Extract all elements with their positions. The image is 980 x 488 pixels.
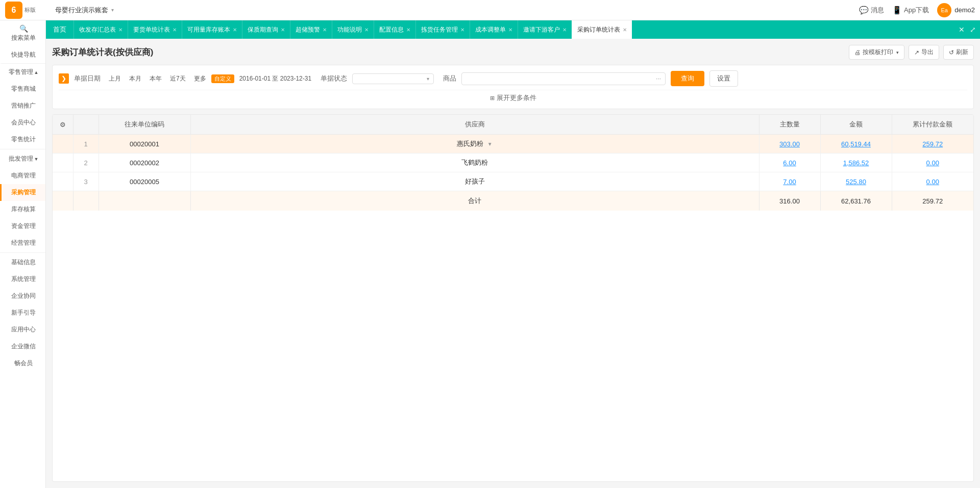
sidebar-item-purchase[interactable]: 采购管理 [0,184,45,201]
sidebar-item-retail-stats[interactable]: 零售统计 [0,131,45,148]
row1-amount[interactable]: 60,519.44 [820,135,892,153]
sidebar-item-ops[interactable]: 经营管理 [0,235,45,251]
tab-order-stats[interactable]: 要货单统计表 ✕ [128,20,182,39]
app-download-label: App下载 [904,6,929,15]
tab-close-cost-adjust[interactable]: ✕ [508,27,512,33]
custom-tag[interactable]: 自定义 [211,74,234,83]
col-row-num [73,115,99,135]
date-btn-this-year[interactable]: 本年 [146,73,165,84]
user-area[interactable]: Ea demo2 [937,3,975,17]
tab-close-usable-inventory[interactable]: ✕ [233,27,237,33]
tab-overstock-warning[interactable]: 超储预警 ✕ [290,20,332,39]
goods-input-container[interactable]: ··· [461,72,666,85]
date-btn-7days[interactable]: 近7天 [167,73,189,84]
row1-cum-paid[interactable]: 259.72 [892,135,973,153]
sidebar-item-retail-mall[interactable]: 零售商城 [0,81,45,97]
table-row[interactable]: 2 00020002 飞鹤奶粉 6.00 1,586.52 0.00 [53,153,973,172]
sidebar-item-appcenter[interactable]: 应用中心 [0,321,45,338]
setting-button[interactable]: 设置 [709,70,738,87]
tab-close-func-desc[interactable]: ✕ [364,27,369,33]
row3-main-qty[interactable]: 7.00 [759,172,820,191]
sidebar-item-capital[interactable]: 资金管理 [0,218,45,235]
tab-home[interactable]: 首页 [46,20,74,39]
status-select[interactable]: ▾ [352,73,434,84]
row3-cum-paid[interactable]: 0.00 [892,172,973,191]
expand-more-btn[interactable]: ⊞ 展开更多条件 [484,92,543,104]
table-row[interactable]: 1 00020001 惠氏奶粉 ▼ 303.00 60,519.44 259.7… [53,135,973,153]
tab-close-overstock-warning[interactable]: ✕ [323,27,327,33]
table-row[interactable]: 3 00020005 好孩子 7.00 525.80 0.00 [53,172,973,191]
row1-main-qty[interactable]: 303.00 [759,135,820,153]
query-button[interactable]: 查询 [671,71,704,86]
avatar: Ea [937,3,951,17]
date-range: 2016-01-01 至 2023-12-31 [239,74,311,83]
tab-usable-inventory[interactable]: 可用量库存账本 ✕ [182,20,242,39]
row2-cum-paid[interactable]: 0.00 [892,153,973,172]
page-content: 采购订单统计表(按供应商) 🖨 按模板打印 ▾ ↗ 导出 ↺ 刷新 [46,39,980,488]
app-download-btn[interactable]: 📱 App下载 [892,6,929,15]
tab-shelf-life[interactable]: 保质期查询 ✕ [242,20,290,39]
close-window-icon[interactable]: ✕ [959,25,965,34]
workspace-selector[interactable]: 母婴行业演示账套 ▾ [51,4,118,17]
print-icon: 🖨 [854,49,861,56]
export-icon: ↗ [914,49,919,56]
table-container: ⚙ 往来单位编码 供应商 主数量 [52,114,974,482]
refresh-button[interactable]: ↺ 刷新 [943,45,974,60]
tab-config-info[interactable]: 配置信息 ✕ [374,20,415,39]
date-btn-last-month[interactable]: 上月 [106,73,124,84]
row2-num: 2 [73,153,99,172]
date-btn-more[interactable]: 更多 [191,73,209,84]
sidebar-item-retail[interactable]: 零售管理 ▲ [0,64,45,81]
row2-main-qty[interactable]: 6.00 [759,153,820,172]
date-filter-label: 单据日期 [74,74,101,83]
tab-close-shelf-life[interactable]: ✕ [281,27,285,33]
sidebar-item-ecommerce[interactable]: 电商管理 [0,167,45,184]
search-menu[interactable]: 🔍 搜索菜单 [0,20,45,46]
sidebar-item-vip[interactable]: 畅会员 [0,355,45,372]
tab-receive-send[interactable]: 收发存汇总表 ✕ [74,20,128,39]
sidebar-item-enterprise[interactable]: 企业协同 [0,288,45,304]
goods-input[interactable] [466,75,656,83]
expand-window-icon[interactable]: ⤢ [970,25,976,34]
workspace-arrow-icon: ▾ [111,7,114,13]
tab-invite-downstream[interactable]: 邀请下游客户 ✕ [518,20,572,39]
user-name: demo2 [954,6,975,14]
col-settings[interactable]: ⚙ [53,115,73,135]
tab-cost-adjust[interactable]: 成本调整单 ✕ [470,20,518,39]
row1-expand-icon[interactable]: ▼ [487,141,493,147]
col-amount: 金额 [820,115,892,135]
tab-close-receive-send[interactable]: ✕ [118,27,122,33]
sidebar-item-member[interactable]: 会员中心 [0,114,45,131]
row3-amount[interactable]: 525.80 [820,172,892,191]
page-title: 采购订单统计表(按供应商) [52,46,153,58]
sidebar-item-marketing[interactable]: 营销推广 [0,97,45,114]
sidebar-item-system[interactable]: 系统管理 [0,271,45,288]
row2-amount[interactable]: 1,586.52 [820,153,892,172]
message-btn[interactable]: 💬 消息 [859,6,884,15]
date-btn-this-month[interactable]: 本月 [126,73,144,84]
wholesale-arrow-icon: ▼ [34,157,39,162]
export-button[interactable]: ↗ 导出 [909,45,939,60]
sidebar-item-wechat[interactable]: 企业微信 [0,338,45,355]
chevron-down-icon: ▲ [34,70,39,75]
print-button[interactable]: 🖨 按模板打印 ▾ [849,45,904,60]
refresh-icon: ↺ [949,49,954,56]
tab-close-invite-downstream[interactable]: ✕ [562,27,567,33]
row1-supplier: 惠氏奶粉 ▼ [190,135,759,153]
tab-close-pick-task[interactable]: ✕ [460,27,464,33]
tab-close-purchase-order-stats[interactable]: ✕ [623,27,627,33]
sidebar-item-newuser[interactable]: 新手引导 [0,304,45,321]
tab-close-order-stats[interactable]: ✕ [173,27,177,33]
tab-purchase-order-stats[interactable]: 采购订单统计表 ✕ [572,20,632,39]
footer-label: 合计 [190,191,759,211]
page-header: 采购订单统计表(按供应商) 🖨 按模板打印 ▾ ↗ 导出 ↺ 刷新 [52,45,974,60]
tab-pick-task[interactable]: 拣货任务管理 ✕ [415,20,470,39]
sidebar-item-basic[interactable]: 基础信息 [0,254,45,271]
tab-func-desc[interactable]: 功能说明 ✕ [332,20,374,39]
quick-nav[interactable]: 快捷导航 [0,46,45,64]
collapse-button[interactable]: ❯ [59,73,69,84]
sidebar-item-wholesale[interactable]: 批发管理 ▼ [0,150,45,167]
table-settings-icon[interactable]: ⚙ [60,121,66,129]
tab-close-config-info[interactable]: ✕ [406,27,410,33]
sidebar-item-inventory[interactable]: 库存核算 [0,201,45,218]
